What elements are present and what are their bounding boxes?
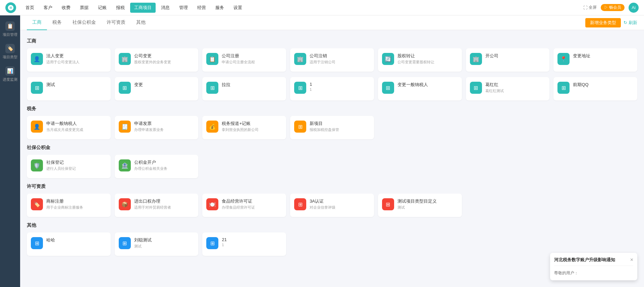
qianqi-qq-title: 前期QQ bbox=[573, 82, 633, 88]
sidebar-item-progress-monitor[interactable]: 📊 进度监测 bbox=[0, 63, 20, 85]
nav-home[interactable]: 首页 bbox=[21, 3, 38, 13]
gongsi-zhuce-title: 公司注册 bbox=[222, 53, 282, 59]
logo[interactable] bbox=[5, 2, 16, 13]
card-gongsi-biangeng[interactable]: 🏢 公司变更 股权变更外的业务变更 bbox=[115, 48, 199, 72]
haha-title: 哈哈 bbox=[46, 237, 107, 243]
fullscreen-label: 全屏 bbox=[589, 5, 597, 10]
card-shenqing-nashui[interactable]: 👤 申请一般纳税人 当月或次月成变更完成 bbox=[27, 116, 111, 139]
ceshi-leixing-desc: 测试 bbox=[397, 205, 458, 210]
qianqi-qq-text: 前期QQ bbox=[573, 82, 633, 88]
nav-tax[interactable]: 报税 bbox=[112, 3, 129, 13]
cards-grid-qita: ⊞ 哈哈 ⊞ 刘聪测试 测试 ⊞ 21 1 bbox=[27, 232, 637, 256]
3a-renzheng-icon: ⊞ bbox=[294, 198, 306, 210]
card-ceshi[interactable]: ⊞ 测试 bbox=[27, 77, 111, 100]
card-biangeng2[interactable]: ⊞ 变更 bbox=[115, 77, 199, 100]
liucong-ceshi-desc: 测试 bbox=[134, 244, 195, 249]
cards-grid-gongshang-2: ⊞ 测试 ⊞ 变更 ⊞ 拉拉 ⊞ bbox=[27, 77, 637, 100]
card-shangbiao-zhuce[interactable]: 🏷️ 商标注册 用于企业商标注册服务 bbox=[27, 194, 111, 217]
vip-button[interactable]: ▷ 畅会员 bbox=[601, 4, 625, 11]
card-shebao-dengji[interactable]: 🛡️ 社保登记 进行人员社保登记 bbox=[27, 155, 111, 178]
notif-divider bbox=[554, 266, 633, 266]
nav-settings[interactable]: 设置 bbox=[229, 3, 246, 13]
nav-business[interactable]: 工商项目 bbox=[130, 3, 156, 13]
card-gehonghong[interactable]: ⊞ 葛红红 葛红红测试 bbox=[466, 77, 550, 100]
nav-operation[interactable]: 经营 bbox=[193, 3, 210, 13]
biangeng2-icon: ⊞ bbox=[119, 82, 131, 94]
gongjijin-kaihu-text: 公积金开户 办理公积金相关业务 bbox=[134, 159, 195, 171]
nav-ticket[interactable]: 票据 bbox=[76, 3, 93, 13]
jinchukouquan-text: 进出口权办理 适用于对外贸易经营者 bbox=[134, 198, 195, 210]
notification-popup: 河北税务数字账户升级影响通知 × 尊敬的用户： bbox=[550, 253, 637, 280]
ceshi-title: 测试 bbox=[46, 82, 107, 88]
notif-header: 河北税务数字账户升级影响通知 × bbox=[554, 257, 633, 263]
card-ceshi-leixing[interactable]: ⊞ 测试项目类型目定义 测试 bbox=[378, 194, 462, 217]
card-haha[interactable]: ⊞ 哈哈 bbox=[27, 232, 111, 256]
card-xin-xiangmu[interactable]: ⊞ 新项目 报税加税控盘保管 bbox=[290, 116, 374, 139]
21-icon: ⊞ bbox=[206, 237, 218, 249]
nav-service[interactable]: 服务 bbox=[211, 3, 228, 13]
gongsi-biangeng-desc: 股权变更外的业务变更 bbox=[134, 60, 195, 65]
shangbiao-zhuce-text: 商标注册 用于企业商标注册服务 bbox=[46, 198, 107, 210]
qianqi-qq-icon: ⊞ bbox=[557, 82, 570, 94]
kai-gongsi-title: 开公司 bbox=[485, 53, 546, 59]
nav-customer[interactable]: 客户 bbox=[40, 3, 56, 13]
tab-shuiwu[interactable]: 税务 bbox=[47, 15, 67, 30]
gehonghong-text: 葛红红 葛红红测试 bbox=[485, 82, 546, 93]
shebao-dengji-desc: 进行人员社保登记 bbox=[46, 166, 107, 171]
card-shuiwu-baodao[interactable]: 💰 税务报道+记账 拿到营业执照的新公司 bbox=[202, 116, 286, 139]
refresh-icon: ↻ bbox=[624, 20, 627, 25]
shenqing-nashui-text: 申请一般纳税人 当月或次月成变更完成 bbox=[46, 121, 107, 132]
gehonghong-desc: 葛红红测试 bbox=[485, 88, 546, 93]
shuiwu-baodao-icon: 💰 bbox=[206, 121, 218, 133]
shebao-dengji-icon: 🛡️ bbox=[31, 159, 43, 171]
cards-grid-shuiwu: 👤 申请一般纳税人 当月或次月成变更完成 🧾 申请发票 办理申请发票业务 💰 税… bbox=[27, 116, 637, 139]
avatar[interactable]: Ai bbox=[629, 3, 639, 13]
ceshi-icon: ⊞ bbox=[31, 82, 43, 94]
card-one[interactable]: ⊞ 1 1 bbox=[290, 77, 374, 100]
shipin-jingying-desc: 办理食品经营许可证 bbox=[222, 205, 282, 210]
card-kai-gongsi[interactable]: 🏢 开公司 bbox=[466, 48, 550, 72]
tab-gongshang[interactable]: 工商 bbox=[27, 15, 47, 30]
biangeng-dizhi-title: 变更地址 bbox=[573, 53, 633, 59]
card-jinchukouquan[interactable]: 📦 进出口权办理 适用于对外贸易经营者 bbox=[115, 194, 199, 217]
card-gongsi-zhuxiao[interactable]: 🏢 公司注销 适用于注销公司 bbox=[290, 48, 374, 72]
notif-close-button[interactable]: × bbox=[630, 257, 633, 263]
tab-xuke[interactable]: 许可资质 bbox=[101, 15, 131, 30]
new-type-button[interactable]: 新增业务类型 bbox=[585, 18, 621, 27]
card-fazren-biangeng[interactable]: 👤 法人变更 适用于公司变更法人 bbox=[27, 48, 111, 72]
shenqing-nashui-title: 申请一般纳税人 bbox=[46, 121, 107, 127]
nav-fee[interactable]: 收费 bbox=[58, 3, 74, 13]
gongsi-biangeng-text: 公司变更 股权变更外的业务变更 bbox=[134, 53, 195, 65]
sidebar-label-progress-monitor: 进度监测 bbox=[3, 77, 17, 82]
biangeng-dizhi-icon: 📍 bbox=[557, 53, 570, 65]
sidebar-label-project-manage: 项目管理 bbox=[3, 32, 17, 37]
tab-shebao[interactable]: 社保公积金 bbox=[67, 15, 101, 30]
xin-xiangmu-text: 新项目 报税加税控盘保管 bbox=[310, 121, 370, 132]
card-liucong-ceshi[interactable]: ⊞ 刘聪测试 测试 bbox=[115, 232, 199, 256]
card-shipin-jingying[interactable]: 🍽️ 食品经营许可证 办理食品经营许可证 bbox=[202, 194, 286, 217]
sidebar-item-project-type[interactable]: 🏷️ 项目类型 bbox=[0, 41, 20, 63]
nav-bookkeeping[interactable]: 记账 bbox=[94, 3, 111, 13]
sidebar-item-project-manage[interactable]: 📋 项目管理 bbox=[0, 18, 20, 41]
card-shenqing-fapiao[interactable]: 🧾 申请发票 办理申请发票业务 bbox=[115, 116, 199, 139]
card-3a-renzheng[interactable]: ⊞ 3A认证 对企业信誉评级 bbox=[290, 194, 374, 217]
cards-grid-shebao: 🛡️ 社保登记 进行人员社保登记 🏦 公积金开户 办理公积金相关业务 bbox=[27, 155, 637, 178]
card-gongsi-zhuce[interactable]: 📋 公司注册 申请公司注册全流程 bbox=[202, 48, 286, 72]
biangeng2-text: 变更 bbox=[134, 82, 195, 88]
project-type-icon: 🏷️ bbox=[5, 44, 15, 53]
shenqing-fapiao-title: 申请发票 bbox=[134, 121, 195, 127]
card-lala[interactable]: ⊞ 拉拉 bbox=[202, 77, 286, 100]
refresh-button[interactable]: ↻ 刷新 bbox=[624, 20, 637, 26]
nav-message[interactable]: 消息 bbox=[157, 3, 174, 13]
card-21[interactable]: ⊞ 21 1 bbox=[202, 232, 286, 256]
nav-manage[interactable]: 管理 bbox=[175, 3, 192, 13]
gongjijin-kaihu-title: 公积金开户 bbox=[134, 159, 195, 165]
card-biangeng-nashui[interactable]: ⊞ 变更一般纳税人 bbox=[378, 77, 462, 100]
fullscreen-btn[interactable]: ⛶ 全屏 bbox=[583, 5, 597, 10]
card-guquan-zhuanrang[interactable]: 🔄 股权转让 公司变更需要股权转让 bbox=[378, 48, 462, 72]
gongsi-zhuce-desc: 申请公司注册全流程 bbox=[222, 60, 282, 65]
card-gongjijin-kaihu[interactable]: 🏦 公积金开户 办理公积金相关业务 bbox=[115, 155, 199, 178]
card-biangeng-dizhi[interactable]: 📍 变更地址 bbox=[553, 48, 637, 72]
tab-qita[interactable]: 其他 bbox=[131, 15, 151, 30]
card-qianqi-qq[interactable]: ⊞ 前期QQ bbox=[553, 77, 637, 100]
